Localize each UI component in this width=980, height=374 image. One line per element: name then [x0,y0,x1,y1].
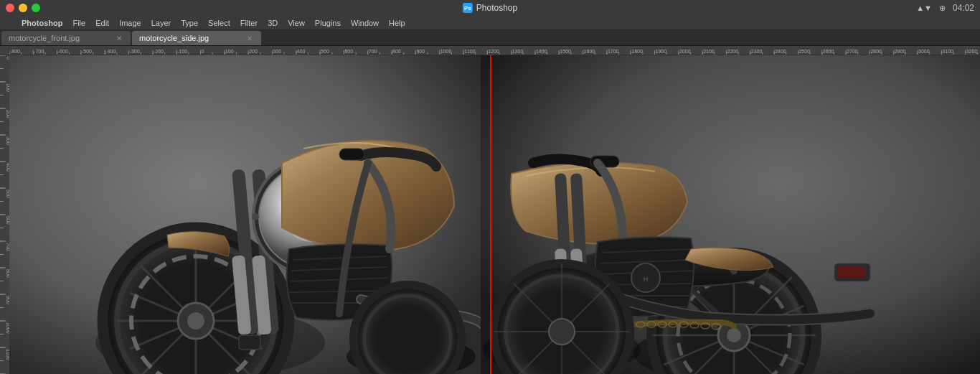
svg-text:H: H [644,276,649,283]
menu-layer[interactable]: Layer [147,16,176,29]
ruler-vertical [0,55,9,374]
tab-2-close[interactable]: ✕ [247,34,253,42]
menu-image[interactable]: Image [115,16,146,29]
wifi-icon: ▲▼ [916,4,932,12]
svg-rect-16 [239,335,260,350]
tab-1-label: motorcycle_front.jpg [9,34,80,42]
titlebar-right: ▲▼ ⊕ 04:02 [916,3,974,13]
guide-line[interactable] [490,55,491,374]
tab-2[interactable]: motorcycle_side.jpg ✕ [132,31,261,45]
ruler-horizontal [9,46,980,55]
ps-icon-label: Ps [464,5,471,11]
svg-point-27 [252,213,259,220]
svg-point-81 [549,319,575,345]
close-button[interactable] [6,4,14,12]
ruler-h-canvas [9,47,980,55]
app-name-label: Photoshop [476,3,517,13]
canvas-area: H [9,55,980,374]
menu-select[interactable]: Select [204,16,235,29]
menu-view[interactable]: View [283,16,309,29]
menu-plugins[interactable]: Plugins [311,16,345,29]
menu-type[interactable]: Type [176,16,202,29]
ruler-v-canvas [0,55,9,374]
tab-2-label: motorcycle_side.jpg [139,34,209,42]
menu-filter[interactable]: Filter [236,16,262,29]
tab-1-close[interactable]: ✕ [116,34,122,42]
svg-rect-69 [838,266,865,278]
photoshop-icon: Ps [463,3,473,13]
menu-apple[interactable] [4,16,16,29]
menu-edit[interactable]: Edit [91,16,113,29]
canvas-image: H [9,55,980,374]
svg-point-49 [727,328,741,342]
traffic-lights [6,4,40,12]
maximize-button[interactable] [32,4,40,12]
menu-photoshop[interactable]: Photoshop [17,16,67,29]
menu-window[interactable]: Window [347,16,383,29]
menu-help[interactable]: Help [385,16,410,29]
ruler-corner [0,46,9,55]
svg-point-14 [187,312,204,329]
titlebar-app-name: Ps Photoshop [463,3,517,13]
svg-rect-29 [339,149,364,160]
menu-file[interactable]: File [68,16,90,29]
clock: 04:02 [953,3,974,13]
titlebar: Ps Photoshop ▲▼ ⊕ 04:02 [0,0,980,16]
tabsbar: motorcycle_front.jpg ✕ motorcycle_side.j… [0,30,980,46]
menu-3d[interactable]: 3D [263,16,282,29]
minimize-button[interactable] [19,4,27,12]
control-center-icon: ⊕ [939,4,946,13]
menubar: Photoshop File Edit Image Layer Type Sel… [0,16,980,30]
tab-1[interactable]: motorcycle_front.jpg ✕ [1,31,131,45]
